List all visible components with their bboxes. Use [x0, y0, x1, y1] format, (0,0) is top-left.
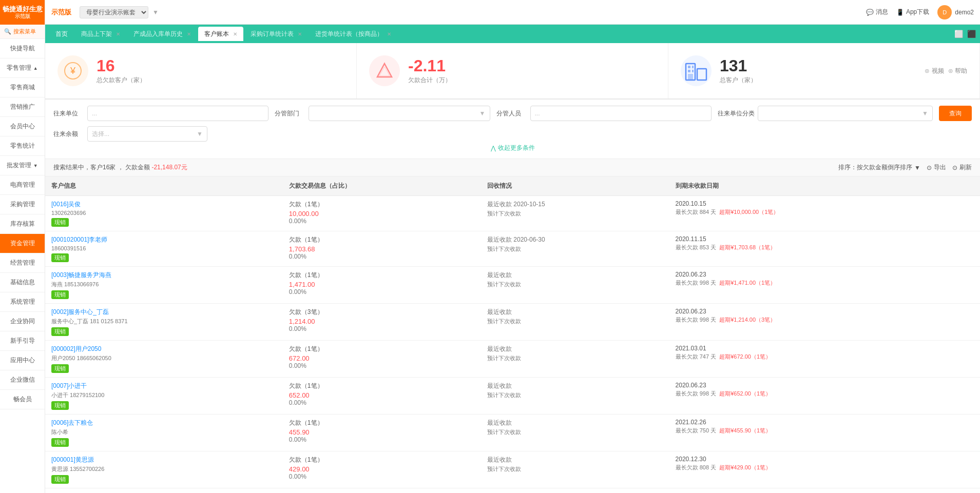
- sidebar-item-purchase-mgmt[interactable]: 采购管理: [0, 195, 45, 214]
- tab-product-history[interactable]: 产成品入库单历史 ✕: [127, 27, 197, 41]
- debt-amount-1[interactable]: 1,703.68: [289, 245, 475, 253]
- sidebar-item-retail-mgmt[interactable]: 零售管理 ▲: [0, 58, 45, 78]
- tab-product-shelf[interactable]: 商品上下架 ✕: [75, 27, 126, 41]
- debt-ratio-0: 0.00%: [289, 218, 475, 225]
- sidebar-item-operation[interactable]: 经营管理: [0, 253, 45, 273]
- table-row: [0003]畅捷服务尹海燕 海燕 18513066976 现销 欠款（1笔） 1…: [45, 267, 980, 304]
- cell-due-7: 2020.12.30 最长欠款 808 天 超期¥429.00（1笔）: [669, 451, 980, 488]
- app-download-btn[interactable]: 📱 App下载: [896, 8, 929, 16]
- tab-customer-account[interactable]: 客户账本 ✕: [198, 27, 243, 41]
- unit-class-select[interactable]: ▼: [758, 106, 933, 121]
- debt-count-4: 欠款（1笔）: [289, 345, 475, 353]
- sort-button[interactable]: 排序：按欠款金额倒序排序 ▼: [838, 163, 920, 172]
- sidebar-item-app-center[interactable]: 应用中心: [0, 351, 45, 370]
- video-btn[interactable]: ⊙ 视频: [925, 67, 944, 75]
- restore-icon[interactable]: ⬜: [954, 30, 963, 38]
- sidebar-item-vip[interactable]: 畅会员: [0, 390, 45, 409]
- refresh-button[interactable]: ⊙ 刷新: [952, 163, 972, 172]
- debt-amount-0[interactable]: 10,000.00: [289, 210, 475, 218]
- overdue-link-6[interactable]: 超期¥455.90（1笔）: [719, 427, 771, 433]
- debt-amount-5[interactable]: 652.00: [289, 391, 475, 399]
- debt-count-1: 欠款（1笔）: [289, 235, 475, 244]
- tab-close-product-shelf[interactable]: ✕: [116, 31, 120, 37]
- filter-row-1: 往来单位 ... 分管部门 ▼ 分管人员: [53, 106, 972, 121]
- tab-purchase-summary[interactable]: 进货单统计表（按商品） ✕: [309, 27, 397, 41]
- overdue-link-5[interactable]: 超期¥652.00（1笔）: [719, 390, 771, 397]
- debt-count-3: 欠款（3笔）: [289, 308, 475, 317]
- stat-number-debt-total: -2.11: [408, 57, 451, 74]
- export-button[interactable]: ⊙ 导出: [927, 163, 946, 172]
- debt-amount-7[interactable]: 429.00: [289, 465, 475, 473]
- stat-card-debt-total: -2.11 欠款合计（万）: [357, 43, 668, 98]
- debt-amount-2[interactable]: 1,471.00: [289, 281, 475, 288]
- table-row: [0006]去下粮仓 陈小希 现销 欠款（1笔） 455.90 0.00% 最近…: [45, 415, 980, 451]
- debt-amount-6[interactable]: 455.90: [289, 428, 475, 436]
- recovery-next-6: 预计下次收款: [487, 428, 663, 436]
- person-input[interactable]: ...: [530, 106, 712, 121]
- sidebar-item-basic-info[interactable]: 基础信息: [0, 273, 45, 292]
- customer-phone-1: 18600391516: [51, 245, 277, 251]
- customer-name-3[interactable]: [0002]服务中心_丁磊: [51, 308, 277, 317]
- user-menu[interactable]: D demo2: [937, 5, 974, 19]
- overdue-link-2[interactable]: 超期¥1,471.00（1笔）: [719, 280, 776, 286]
- customer-name-0[interactable]: [0016]吴俊: [51, 200, 277, 209]
- stat-info-total: 131 总客户（家）: [720, 57, 757, 85]
- overdue-link-1[interactable]: 超期¥1,703.68（1笔）: [719, 244, 776, 250]
- tab-close-customer-account[interactable]: ✕: [233, 31, 237, 37]
- message-btn[interactable]: 💬 消息: [866, 8, 888, 16]
- sidebar-item-batch-mgmt[interactable]: 批发管理 ▼: [0, 156, 45, 175]
- sidebar-item-inventory[interactable]: 库存核算: [0, 214, 45, 234]
- dept-select[interactable]: ▼: [309, 106, 490, 121]
- sidebar-search[interactable]: 🔍 搜索菜单: [0, 25, 45, 39]
- customer-phone-4: 用户2050 18665062050: [51, 354, 277, 362]
- customer-name-2[interactable]: [0003]畅捷服务尹海燕: [51, 271, 277, 280]
- overdue-link-7[interactable]: 超期¥429.00（1笔）: [719, 464, 771, 470]
- stat-card-debt-customers: ¥ 16 总欠款客户（家）: [45, 43, 357, 98]
- sidebar-item-wechat[interactable]: 企业微信: [0, 370, 45, 390]
- sidebar-item-guide[interactable]: 新手引导: [0, 331, 45, 351]
- dept-label: 分管部门: [275, 109, 305, 118]
- sidebar-item-retail-stat[interactable]: 零售统计: [0, 136, 45, 156]
- customer-name-4[interactable]: [000002]用户2050: [51, 345, 277, 353]
- overdue-link-0[interactable]: 超期¥10,000.00（1笔）: [719, 209, 779, 215]
- customer-name-7[interactable]: [000001]黄思源: [51, 456, 277, 464]
- from-unit-input[interactable]: ...: [87, 106, 268, 121]
- sidebar-item-system[interactable]: 系统管理: [0, 292, 45, 312]
- stat-label-debt-customers: 总欠款客户（家）: [97, 76, 146, 85]
- recovery-next-0: 预计下次收款: [487, 210, 663, 218]
- tab-purchase-order[interactable]: 采购订单统计表 ✕: [244, 27, 308, 41]
- overdue-days-3: 最长欠款 998 天 超期¥1,214.00（3笔）: [676, 316, 974, 324]
- customer-name-1[interactable]: [0001020001]李老师: [51, 235, 277, 244]
- collapse-button[interactable]: ⋀ 收起更多条件: [491, 144, 535, 152]
- help-btn[interactable]: ⊙ 帮助: [948, 67, 967, 75]
- sidebar-item-ecommerce[interactable]: 电商管理: [0, 175, 45, 195]
- industry-select[interactable]: 母婴行业演示账套: [80, 6, 148, 18]
- stat-card-total-customers: 131 总客户（家） ⊙ 视频 ⊙ 帮助: [668, 43, 980, 98]
- content-area: ¥ 16 总欠款客户（家）: [45, 43, 980, 493]
- customer-name-5[interactable]: [0007]小进干: [51, 382, 277, 390]
- overdue-link-4[interactable]: 超期¥672.00（1笔）: [719, 353, 771, 360]
- cell-customer-6: [0006]去下粮仓 陈小希 现销: [45, 415, 283, 451]
- debt-amount-4[interactable]: 672.00: [289, 354, 475, 362]
- sidebar-item-member[interactable]: 会员中心: [0, 117, 45, 136]
- sidebar-item-retail-mall[interactable]: 零售商城: [0, 78, 45, 97]
- recovery-date-6: 最近收款: [487, 419, 663, 427]
- maximize-icon[interactable]: ⬛: [967, 30, 976, 38]
- search-button[interactable]: 查询: [939, 106, 972, 121]
- tab-close-product-history[interactable]: ✕: [187, 31, 191, 37]
- customer-name-6[interactable]: [0006]去下粮仓: [51, 419, 277, 427]
- topbar: 示范版 母婴行业演示账套 ▼ 💬 消息 📱 App下载 D demo2: [45, 0, 980, 25]
- due-date-3: 2020.06.23: [676, 308, 974, 315]
- sidebar-item-marketing[interactable]: 营销推广: [0, 97, 45, 117]
- balance-select[interactable]: 选择... ▼: [87, 126, 207, 142]
- tab-home[interactable]: 首页: [49, 27, 74, 41]
- col-recovery: 回收情况: [481, 176, 669, 196]
- debt-amount-3[interactable]: 1,214.00: [289, 318, 475, 325]
- sidebar-item-finance[interactable]: 资金管理: [0, 234, 45, 253]
- tab-close-purchase-summary[interactable]: ✕: [387, 31, 391, 37]
- overdue-days-4: 最长欠款 747 天 超期¥672.00（1笔）: [676, 353, 974, 361]
- sidebar-item-quick-nav[interactable]: 快捷导航: [0, 39, 45, 58]
- overdue-link-3[interactable]: 超期¥1,214.00（3笔）: [719, 317, 776, 323]
- sidebar-item-enterprise[interactable]: 企业协同: [0, 312, 45, 331]
- tab-close-purchase-order[interactable]: ✕: [298, 31, 302, 37]
